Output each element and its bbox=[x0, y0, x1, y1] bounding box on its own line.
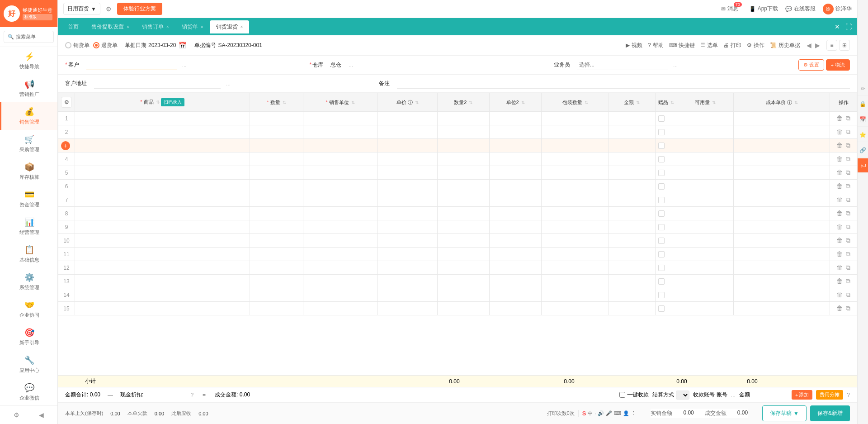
cost-unit-cell-15[interactable] bbox=[734, 302, 830, 315]
qty-cell-10[interactable] bbox=[250, 234, 303, 248]
save-draft-button[interactable]: 保存草稿 ▼ bbox=[762, 405, 807, 421]
pkg-qty-cell-5[interactable] bbox=[542, 166, 609, 180]
copy-row-12-button[interactable]: ⧉ bbox=[845, 263, 851, 272]
delete-row-5-button[interactable]: 🗑 bbox=[835, 168, 844, 177]
sales-unit-cell-15[interactable] bbox=[303, 302, 377, 315]
qty-cell-6[interactable] bbox=[250, 180, 303, 193]
available-cell-8[interactable] bbox=[677, 207, 734, 220]
tab-price-setting[interactable]: 售价提取设置 × bbox=[85, 20, 136, 33]
app-download-button[interactable]: 📱 App下载 bbox=[749, 5, 778, 13]
available-cell-12[interactable] bbox=[677, 261, 734, 275]
product-cell-3[interactable] bbox=[75, 139, 250, 152]
pkg-qty-cell-15[interactable] bbox=[542, 302, 609, 315]
delete-row-7-button[interactable]: 🗑 bbox=[835, 195, 844, 204]
qty-cell-2[interactable] bbox=[250, 125, 303, 139]
qty2-cell-12[interactable] bbox=[437, 261, 489, 275]
tab-close-sales-delivery[interactable]: × bbox=[201, 24, 203, 29]
sales-unit-cell-12[interactable] bbox=[303, 261, 377, 275]
cash-discount-help-icon[interactable]: ? bbox=[190, 392, 193, 398]
gift-checkbox-3[interactable] bbox=[658, 143, 665, 149]
amount-cell-7[interactable] bbox=[609, 193, 655, 207]
sidebar-item-system[interactable]: ⚙️ 系统管理 bbox=[0, 268, 57, 295]
delete-row-14-button[interactable]: 🗑 bbox=[835, 290, 844, 299]
product-input-3[interactable] bbox=[78, 142, 247, 149]
qty2-cell-10[interactable] bbox=[437, 234, 489, 248]
sales-unit-cell-2[interactable] bbox=[303, 125, 377, 139]
add-payment-button[interactable]: + 添加 bbox=[792, 390, 812, 400]
qty2-cell-14[interactable] bbox=[437, 288, 489, 302]
right-icon-5[interactable]: 🔗 bbox=[858, 143, 868, 157]
product-cell-14[interactable] bbox=[75, 288, 250, 302]
sidebar-item-sales[interactable]: 💰 销售管理 bbox=[0, 102, 57, 130]
qty-cell-1[interactable] bbox=[250, 112, 303, 125]
product-cell-15[interactable] bbox=[75, 302, 250, 315]
unit2-cell-7[interactable] bbox=[490, 193, 542, 207]
available-cell-15[interactable] bbox=[677, 302, 734, 315]
qty2-cell-13[interactable] bbox=[437, 275, 489, 288]
sidebar-item-apps[interactable]: 🔧 应用中心 bbox=[0, 351, 57, 378]
cost-unit-cell-13[interactable] bbox=[734, 275, 830, 288]
pkg-qty-cell-12[interactable] bbox=[542, 261, 609, 275]
pkg-qty-cell-11[interactable] bbox=[542, 248, 609, 261]
copy-row-6-button[interactable]: ⧉ bbox=[845, 181, 851, 191]
unit2-cell-5[interactable] bbox=[490, 166, 542, 180]
cost-unit-cell-2[interactable] bbox=[734, 125, 830, 139]
amount-cell-1[interactable] bbox=[609, 112, 655, 125]
toolbar-icon-7[interactable]: ⋮ bbox=[631, 410, 636, 416]
help-button[interactable]: ? 帮助 bbox=[648, 42, 664, 49]
amount-cell-13[interactable] bbox=[609, 275, 655, 288]
copy-row-3-button[interactable]: ⧉ bbox=[845, 141, 851, 150]
right-icon-4[interactable]: ⭐ bbox=[858, 128, 868, 142]
qty2-cell-6[interactable] bbox=[437, 180, 489, 193]
copy-row-4-button[interactable]: ⧉ bbox=[845, 154, 851, 164]
available-sort-icon[interactable]: ⇅ bbox=[712, 100, 716, 105]
sales-unit-cell-14[interactable] bbox=[303, 288, 377, 302]
account-picker-icon[interactable]: ... bbox=[731, 392, 736, 398]
copy-row-15-button[interactable]: ⧉ bbox=[845, 304, 851, 313]
amount-cell-10[interactable] bbox=[609, 234, 655, 248]
scan-button[interactable]: 扫码录入 bbox=[161, 98, 184, 106]
search-menu-button[interactable]: 🔍 搜索菜单 bbox=[4, 31, 54, 43]
unit2-cell-4[interactable] bbox=[490, 152, 542, 166]
online-service-button[interactable]: 💬 在线客服 bbox=[785, 5, 816, 13]
print-button[interactable]: 🖨 打印 bbox=[723, 42, 741, 49]
cost-unit-cell-14[interactable] bbox=[734, 288, 830, 302]
unit-price-cell-4[interactable] bbox=[377, 152, 437, 166]
right-icon-6[interactable]: 🏷 bbox=[858, 158, 868, 173]
sidebar-item-guide[interactable]: 🎯 新手引导 bbox=[0, 323, 57, 351]
unit-price-sort-icon[interactable]: ⇅ bbox=[415, 100, 419, 105]
tab-close-all-button[interactable]: ✕ bbox=[833, 22, 842, 31]
cost-unit-cell-4[interactable] bbox=[734, 152, 830, 166]
sidebar-collapse-button[interactable]: ◀ bbox=[37, 410, 46, 420]
gift-checkbox-8[interactable] bbox=[658, 210, 665, 217]
toolbar-icon-1[interactable]: 中 bbox=[588, 410, 593, 417]
pkg-qty-cell-4[interactable] bbox=[542, 152, 609, 166]
qty-cell-8[interactable] bbox=[250, 207, 303, 220]
pkg-qty-cell-8[interactable] bbox=[542, 207, 609, 220]
pkg-qty-cell-3[interactable] bbox=[542, 139, 609, 152]
unit2-cell-15[interactable] bbox=[490, 302, 542, 315]
cost-unit-cell-11[interactable] bbox=[734, 248, 830, 261]
remark-input[interactable] bbox=[397, 78, 850, 89]
save-new-button[interactable]: 保存&新增 bbox=[810, 405, 850, 421]
gift-checkbox-10[interactable] bbox=[658, 238, 665, 244]
cost-unit-sort-icon[interactable]: ⇅ bbox=[794, 100, 798, 105]
tab-maximize-button[interactable]: ⛶ bbox=[844, 22, 854, 31]
unit2-cell-11[interactable] bbox=[490, 248, 542, 261]
qty2-sort-icon[interactable]: ⇅ bbox=[469, 100, 472, 105]
user-profile[interactable]: 徐 徐泽华 bbox=[823, 4, 852, 14]
qty2-cell-2[interactable] bbox=[437, 125, 489, 139]
unit2-cell-13[interactable] bbox=[490, 275, 542, 288]
amount-cell-9[interactable] bbox=[609, 220, 655, 234]
unit2-cell-9[interactable] bbox=[490, 220, 542, 234]
product-cell-8[interactable] bbox=[75, 207, 250, 220]
qty2-cell-9[interactable] bbox=[437, 220, 489, 234]
radio-sale[interactable]: 销货单 bbox=[65, 42, 90, 49]
tab-close-sales-return[interactable]: × bbox=[241, 24, 243, 29]
qty2-cell-8[interactable] bbox=[437, 207, 489, 220]
product-cell-9[interactable] bbox=[75, 220, 250, 234]
unit-price-info-icon[interactable]: ⓘ bbox=[408, 100, 413, 105]
copy-row-9-button[interactable]: ⧉ bbox=[845, 222, 851, 232]
col-settings[interactable]: ⚙ bbox=[58, 93, 75, 112]
amount-cell-12[interactable] bbox=[609, 261, 655, 275]
